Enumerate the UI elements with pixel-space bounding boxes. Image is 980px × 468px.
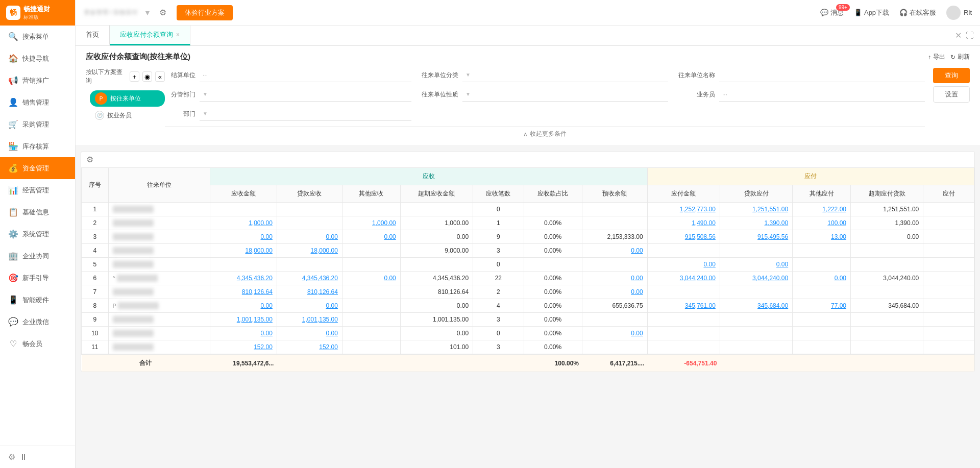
- query-button[interactable]: 查询: [933, 68, 970, 83]
- cell-ar-count: 3: [473, 340, 524, 355]
- cell-ap-other: [793, 327, 851, 340]
- export-button[interactable]: ↑ 导出: [928, 53, 945, 61]
- field-partner-category-control[interactable]: ▼: [462, 68, 668, 82]
- sidebar-item-guide[interactable]: 🎯 新手引导: [0, 267, 75, 289]
- tab-ar-ap-query[interactable]: 应收应付余额查询 ×: [110, 26, 190, 45]
- cell-ar-ratio: 0.00%: [524, 313, 582, 327]
- sidebar-item-system[interactable]: ⚙️ 系统管理: [0, 223, 75, 245]
- cell-no: 6: [82, 272, 109, 285]
- sidebar-item-operation[interactable]: 📊 经营管理: [0, 179, 75, 201]
- online-service-item[interactable]: 🎧 在线客服: [899, 8, 936, 17]
- tab-home[interactable]: 首页: [76, 26, 110, 45]
- mode-by-salesperson[interactable]: 🕐 按业务员: [90, 109, 165, 122]
- field-partner-category: 往来单位分类 ▼: [422, 68, 668, 82]
- collapse-button[interactable]: ∧ 收起更多条件: [165, 126, 925, 141]
- sidebar-item-marketing[interactable]: 📢 营销推广: [0, 69, 75, 91]
- cell-ap-overdue: 3,044,240.00: [850, 272, 923, 285]
- field-partner-name: 往来单位名称: [678, 68, 925, 82]
- collapse-scheme-button[interactable]: «: [155, 71, 165, 82]
- logo-sub: 标准版: [23, 14, 50, 21]
- table-row: 11 XXXXXXXXXX 152.00 152.00 101.00 3 0.0…: [82, 340, 974, 355]
- footer-ar-count: [473, 354, 524, 372]
- refresh-button[interactable]: ↻ 刷新: [950, 53, 970, 61]
- cell-ar-ratio: 0.00%: [524, 299, 582, 313]
- sidebar-item-quick-nav[interactable]: 🏠 快捷导航: [0, 47, 75, 69]
- th-ar-ratio: 应收款占比: [524, 185, 582, 203]
- add-scheme-button[interactable]: +: [130, 71, 139, 82]
- search-fields-panel: 结算单位 ··· 往来单位分类 ▼ 往来单位名称: [165, 68, 925, 145]
- sidebar-item-member[interactable]: ♡ 畅会员: [0, 333, 75, 355]
- field-dept-control[interactable]: ▼: [200, 107, 411, 121]
- messages-area[interactable]: 💬 消息 99+: [820, 8, 844, 17]
- field-partner-name-control[interactable]: [719, 68, 925, 82]
- cell-ap-extra: [923, 272, 974, 285]
- sidebar-item-basic[interactable]: 📋 基础信息: [0, 201, 75, 223]
- mode-by-salesperson-label: 按业务员: [107, 111, 132, 120]
- cell-ap-other: [793, 313, 851, 327]
- capital-icon: 💰: [8, 163, 18, 173]
- cell-ar-overdue: 0.00: [400, 327, 473, 340]
- field-partner-nature-control[interactable]: ▼: [462, 87, 668, 102]
- field-salesperson: 业务员 ···: [678, 87, 925, 102]
- cell-ar-count: 3: [473, 313, 524, 327]
- app-download-item[interactable]: 📱 App下载: [854, 8, 889, 17]
- logo-name: 畅捷通财: [23, 5, 50, 14]
- user-area[interactable]: Rit: [946, 6, 972, 20]
- sidebar-item-enterprise[interactable]: 🏢 企业协同: [0, 245, 75, 267]
- sidebar-menu: 🔍 搜索菜单 🏠 快捷导航 📢 营销推广 👤 销售管理 🛒 采购管理 🏪 库存核…: [0, 26, 75, 446]
- sidebar-item-sales[interactable]: 👤 销售管理: [0, 91, 75, 113]
- cell-ar-amount: 1,001,135.00: [210, 313, 277, 327]
- logo-icon: 畅: [6, 6, 20, 20]
- cell-no: 1: [82, 203, 109, 216]
- sidebar-item-wechat[interactable]: 💬 企业微信: [0, 311, 75, 333]
- cell-ap-other: 1,222.00: [793, 203, 851, 216]
- tab-close-icon[interactable]: ×: [176, 31, 180, 38]
- topbar-right: 💬 消息 99+ 📱 App下载 🎧 在线客服 Rit: [820, 6, 972, 20]
- cell-ap-overdue: [850, 285, 923, 299]
- cell-ar-count: 22: [473, 272, 524, 285]
- inventory-icon: 🏪: [8, 141, 18, 151]
- cell-ap-loan: 0.00: [720, 258, 792, 272]
- settings-bottom-icon[interactable]: ⚙: [8, 452, 15, 462]
- field-settlement-unit-control[interactable]: ···: [200, 68, 411, 82]
- cell-ar-amount: 0.00: [210, 230, 277, 244]
- cell-ap-loan: 1,251,551.00: [720, 203, 792, 216]
- sidebar-item-inventory[interactable]: 🏪 库存核算: [0, 135, 75, 157]
- th-ap-other: 其他应付: [793, 185, 851, 203]
- tab-maximize-icon[interactable]: ⛶: [966, 31, 974, 40]
- solution-button[interactable]: 体验行业方案: [177, 5, 233, 20]
- data-table: 序号 往来单位 应收 应付 应收金额 贷款应收 其他应收 超期应收金额 应收笔数…: [81, 167, 974, 372]
- cell-ar-amount: 810,126.64: [210, 285, 277, 299]
- cell-ap-other: 100.00: [793, 216, 851, 230]
- footer-ar-loan: [277, 354, 342, 372]
- sidebar-item-search-menu[interactable]: 🔍 搜索菜单: [0, 26, 75, 47]
- setting-button[interactable]: 设置: [933, 86, 970, 103]
- cell-no: 8: [82, 299, 109, 313]
- sidebar-label-hardware: 智能硬件: [22, 295, 49, 305]
- cell-ap-amount: 1,252,773.00: [647, 203, 720, 216]
- cell-prepay: [582, 313, 647, 327]
- cell-ap-amount: 915,508.56: [647, 230, 720, 244]
- operation-icon: 📊: [8, 185, 18, 195]
- refresh-label: 刷新: [958, 53, 970, 61]
- sidebar-item-hardware[interactable]: 📱 智能硬件: [0, 289, 75, 311]
- field-branch-dept: 分管部门 ▼: [165, 87, 411, 102]
- field-branch-dept-control[interactable]: ▼: [200, 87, 411, 102]
- table-settings-icon[interactable]: ⚙: [86, 155, 93, 164]
- cell-ar-other: [342, 258, 400, 272]
- message-badge: 99+: [836, 4, 850, 11]
- topbar-breadcrumb: 资金管理 / 应收应付: [84, 8, 138, 17]
- cell-ap-amount: [647, 327, 720, 340]
- tab-close-window-icon[interactable]: ✕: [955, 31, 962, 40]
- table-header-col-row: 应收金额 贷款应收 其他应收 超期应收金额 应收笔数 应收款占比 预收余额 应付…: [82, 185, 974, 203]
- topbar-gear-icon[interactable]: ⚙: [159, 8, 166, 17]
- table-row: 3 XXXXXXXXXX 0.00 0.00 0.00 0.00 9 0.00%…: [82, 230, 974, 244]
- cell-ap-extra: [923, 340, 974, 355]
- mode-by-partner[interactable]: P 按往来单位: [90, 90, 165, 107]
- collapse-icon[interactable]: ⏸: [19, 453, 28, 462]
- sidebar-item-capital[interactable]: 💰 资金管理: [0, 157, 75, 179]
- sidebar-item-purchase[interactable]: 🛒 采购管理: [0, 113, 75, 135]
- field-salesperson-control[interactable]: ···: [719, 87, 925, 102]
- edit-scheme-button[interactable]: ◉: [142, 71, 152, 82]
- cell-ar-other: 0.00: [342, 230, 400, 244]
